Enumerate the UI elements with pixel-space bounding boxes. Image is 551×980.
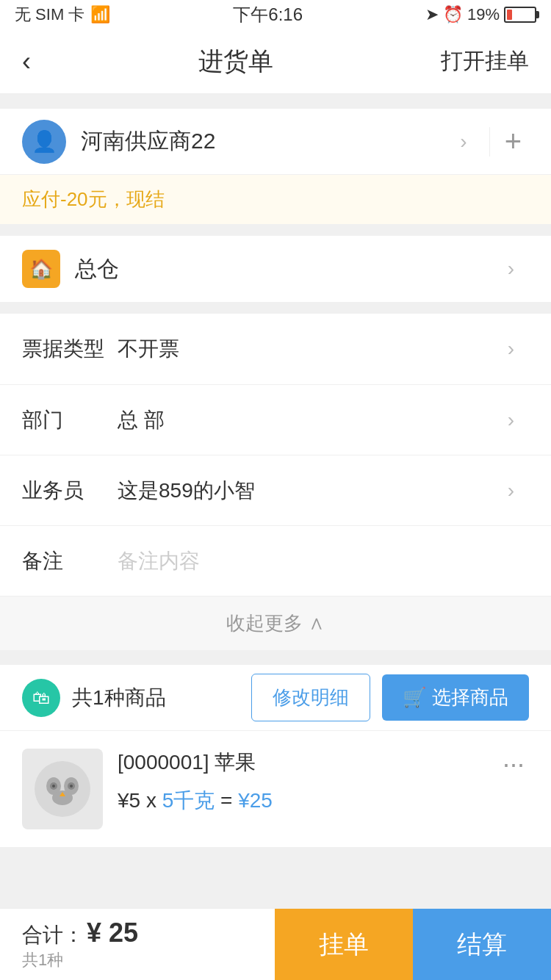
warehouse-row[interactable]: 🏠 总仓 ›	[0, 236, 551, 302]
remark-placeholder: 备注内容	[118, 547, 529, 575]
status-right: ➤ ⏰ 19%	[425, 5, 536, 24]
warehouse-icon: 🏠	[22, 250, 60, 288]
salesperson-chevron: ›	[508, 479, 514, 502]
bag-icon: 🛍	[32, 688, 50, 708]
product-thumbnail	[22, 749, 103, 829]
invoice-type-chevron: ›	[508, 337, 514, 361]
form-section: 票据类型 不开票 › 部门 总 部 › 业务员 这是859的小智 › 备注 备注…	[0, 314, 551, 596]
section-divider-2	[0, 224, 551, 236]
product-name: [0000001] 苹果	[118, 749, 483, 777]
hold-order-button[interactable]: 挂单	[275, 909, 413, 980]
svg-point-5	[52, 785, 55, 788]
select-product-label: 选择商品	[432, 685, 508, 710]
product-item: [0000001] 苹果 ¥5 x 5千克 = ¥25 ···	[0, 731, 551, 848]
hold-order-label: 挂单	[319, 928, 369, 962]
product-unit-price: ¥5	[118, 789, 140, 812]
footer-bar: 合计： ¥ 25 共1种 挂单 结算	[0, 908, 551, 980]
product-equals: =	[220, 789, 238, 812]
supplier-divider	[489, 127, 490, 156]
salesperson-value: 这是859的小智	[118, 477, 508, 505]
nav-bar: ‹ 进货单 打开挂单	[0, 29, 551, 94]
total-amount: ¥ 25	[87, 918, 138, 948]
user-icon: 👤	[32, 129, 57, 154]
back-button[interactable]: ‹	[22, 46, 31, 77]
status-bar: 无 SIM 卡 📶 下午6:16 ➤ ⏰ 19%	[0, 0, 551, 29]
carrier-text: 无 SIM 卡	[15, 4, 84, 26]
supplier-row[interactable]: 👤 河南供应商22 › +	[0, 109, 551, 175]
add-supplier-button[interactable]: +	[497, 125, 529, 158]
invoice-type-row[interactable]: 票据类型 不开票 ›	[0, 314, 551, 384]
status-left: 无 SIM 卡 📶	[15, 4, 110, 26]
select-product-button[interactable]: 🛒 选择商品	[382, 674, 529, 721]
product-count-icon: 🛍	[22, 679, 60, 717]
product-quantity: 5千克	[162, 789, 215, 812]
location-icon: ➤	[425, 5, 439, 24]
product-info: [0000001] 苹果 ¥5 x 5千克 = ¥25	[118, 749, 483, 815]
owl-icon	[33, 760, 92, 818]
supplier-name: 河南供应商22	[81, 126, 460, 156]
footer-total: 合计： ¥ 25 共1种	[0, 909, 275, 980]
settle-button[interactable]: 结算	[413, 909, 551, 980]
section-divider-4	[0, 650, 551, 665]
supplier-avatar: 👤	[22, 120, 66, 164]
warehouse-name: 总仓	[75, 254, 508, 284]
collapse-row[interactable]: 收起更多 ∧	[0, 596, 551, 650]
salesperson-row[interactable]: 业务员 这是859的小智 ›	[0, 455, 551, 525]
product-name-text: 苹果	[215, 751, 256, 774]
status-time: 下午6:16	[233, 3, 303, 26]
house-icon: 🏠	[29, 258, 53, 281]
total-sub-label: 共1种	[22, 949, 253, 971]
battery-percentage: 19%	[467, 5, 500, 24]
products-header: 🛍 共1种商品 修改明细 🛒 选择商品	[0, 665, 551, 731]
department-row[interactable]: 部门 总 部 ›	[0, 384, 551, 455]
total-label: 合计：	[22, 921, 84, 949]
product-code: [0000001]	[118, 751, 209, 774]
supplier-section: 👤 河南供应商22 › + 应付-20元，现结	[0, 109, 551, 224]
chevron-right-icon: ›	[460, 130, 467, 154]
department-label: 部门	[22, 406, 118, 434]
battery-icon	[504, 7, 536, 23]
remark-row[interactable]: 备注 备注内容	[0, 525, 551, 596]
wifi-icon: 📶	[90, 5, 110, 24]
balance-notice: 应付-20元，现结	[0, 175, 551, 224]
alarm-icon: ⏰	[443, 5, 463, 24]
battery-fill	[507, 10, 512, 20]
edit-detail-button[interactable]: 修改明细	[251, 674, 370, 721]
department-chevron: ›	[508, 408, 514, 432]
salesperson-label: 业务员	[22, 477, 118, 505]
warehouse-section: 🏠 总仓 ›	[0, 236, 551, 302]
invoice-type-label: 票据类型	[22, 335, 118, 363]
svg-point-0	[35, 761, 90, 817]
section-divider-3	[0, 302, 551, 314]
collapse-label: 收起更多 ∧	[226, 610, 324, 636]
settle-label: 结算	[457, 928, 507, 962]
product-price-row: ¥5 x 5千克 = ¥25	[118, 787, 483, 815]
cart-icon: 🛒	[403, 686, 426, 709]
department-value: 总 部	[118, 406, 508, 434]
open-hold-button[interactable]: 打开挂单	[441, 46, 529, 76]
product-multiply: x	[146, 789, 162, 812]
product-total: ¥25	[238, 789, 273, 812]
section-divider-1	[0, 94, 551, 109]
warehouse-chevron-icon: ›	[508, 257, 514, 281]
svg-point-6	[70, 785, 73, 788]
invoice-type-value: 不开票	[118, 335, 508, 363]
product-more-button[interactable]: ···	[498, 749, 529, 779]
remark-label: 备注	[22, 547, 118, 575]
product-count-text: 共1种商品	[72, 684, 251, 712]
page-title: 进货单	[198, 45, 273, 79]
